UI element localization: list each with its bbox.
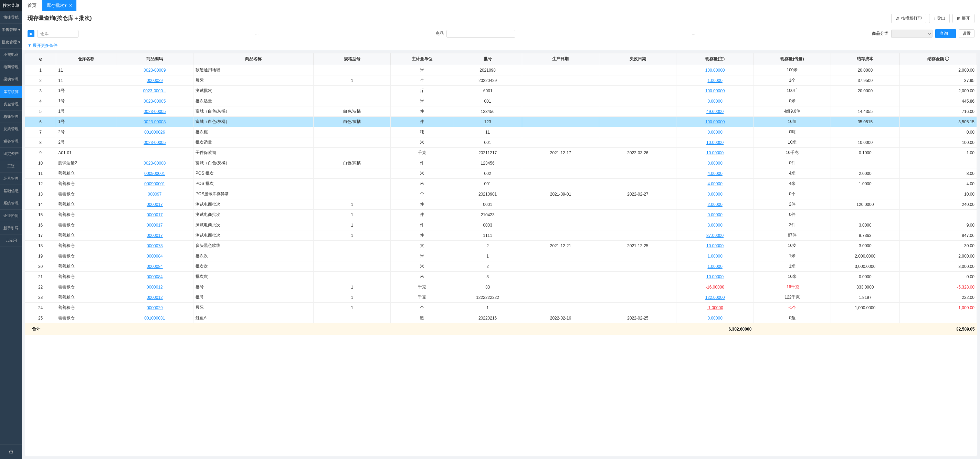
table-row: 51号0023-00005富城（白色/灰橘）白色/灰橘件12345649.600… — [25, 107, 977, 117]
table-row: 31号0023-0000...测试批次斤A001100.00000100斤20.… — [25, 86, 977, 96]
table-row: 61号0023-00008富城（白色/灰橘）白色/灰橘件123100.00000… — [25, 117, 977, 127]
filter-toggle-button[interactable]: ▶ — [27, 30, 34, 37]
col-batch: 批号 — [453, 53, 522, 65]
sidebar-item-finance[interactable]: 资金管理 — [0, 98, 22, 110]
table-row: 21善善粮仓0000084批次次米310.0000010米0.00000.00 — [25, 272, 977, 282]
header-actions: 🖨 按模板打印 ↑ 导出 ⊞ 展开 — [891, 14, 975, 23]
table-row: 41号0023-00005批次适量米0010.000000米445.86 — [25, 96, 977, 107]
tab-inventory-batch[interactable]: 库存批次▾ ✕ — [42, 0, 76, 11]
table-row: 17善善粮仓0000017测试电商批次1件111187.0000087件9.73… — [25, 230, 977, 241]
table-body: 1110023-00009软硬通用地毯米2021098100.00000100米… — [25, 65, 977, 324]
sidebar-item-ecommerce[interactable]: 电商管理 — [0, 61, 22, 73]
table-row: 11善善粮仓000900001POS 批次米0024.000004米2.0000… — [25, 168, 977, 179]
col-qty-main: 现存量(主) — [676, 53, 754, 65]
table-row: 12善善粮仓000900001POS 批次米0014.000004米1.0000… — [25, 179, 977, 189]
main-content: 首页 库存批次▾ ✕ 现存量查询(按仓库＋批次) 🖨 按模板打印 ↑ 导出 ⊞ … — [22, 0, 980, 459]
sidebar-item-inventory[interactable]: 库存核算 — [0, 86, 22, 98]
footer-qty-total: 6,302.60000 — [676, 324, 754, 335]
table-row: 16善善粮仓0000017测试电商批次1件00033.000003件3.0000… — [25, 220, 977, 230]
inventory-table: ⊙ 仓库名称 商品编码 商品名称 规格型号 主计量单位 批号 生产日期 失效日期… — [25, 53, 977, 335]
sidebar-item-tax[interactable]: 税务管理 — [0, 135, 22, 148]
filter-dots-2: ... — [518, 31, 870, 36]
sidebar-item-wholesale[interactable]: 批发管理 ▾ — [0, 36, 22, 49]
export-button[interactable]: ↑ 导出 — [929, 14, 950, 23]
footer-label: 合计 — [25, 324, 676, 335]
col-no: ⊙ — [25, 53, 56, 65]
print-button[interactable]: 🖨 按模板打印 — [891, 14, 926, 23]
col-prod: 生产日期 — [522, 53, 599, 65]
sidebar-item-basic[interactable]: 基础信息 — [0, 185, 22, 197]
expand-button[interactable]: ⊞ 展开 — [953, 14, 975, 23]
col-unit: 主计量单位 — [391, 53, 453, 65]
goods-label: 商品 — [436, 31, 444, 37]
category-select[interactable] — [891, 30, 932, 38]
sidebar-item-ops[interactable]: 经营管理 — [0, 172, 22, 185]
sidebar-item-xiaoe[interactable]: 小鹅电商 — [0, 49, 22, 61]
table-row: 23善善粮仓0000012批号1千克1222222222122.00000122… — [25, 292, 977, 303]
category-label: 商品分类 — [872, 31, 888, 37]
tab-close-icon[interactable]: ✕ — [69, 3, 72, 8]
sidebar-item-collab[interactable]: 企业协同 — [0, 210, 22, 222]
table-row: 10测试适量20023-00008富城（白色/灰橘）白色/灰橘件1234560.… — [25, 158, 977, 168]
table-row: 1110023-00009软硬通用地毯米2021098100.00000100米… — [25, 65, 977, 75]
tab-home[interactable]: 首页 — [22, 0, 42, 11]
printer-icon: 🖨 — [896, 16, 900, 21]
goods-filter[interactable] — [447, 30, 515, 38]
sidebar-item-quicknav[interactable]: 快捷导航 — [0, 11, 22, 24]
sidebar-search[interactable]: 搜索菜单 — [0, 0, 22, 11]
tab-label: 库存批次▾ — [46, 2, 67, 9]
table-row: 2110000029展际1个202204291.000001个37.950037… — [25, 75, 977, 86]
sidebar-item-purchase[interactable]: 采购管理 — [0, 73, 22, 86]
settings-icon[interactable]: ⚙ — [0, 444, 22, 459]
page-header: 现存量查询(按仓库＋批次) 🖨 按模板打印 ↑ 导出 ⊞ 展开 — [22, 11, 980, 26]
table-row: 22善善粮仓0000012批号1千克33-16.00000-16千克333.00… — [25, 282, 977, 292]
table-row: 15善善粮仓0000017测试电商批次1件2104230.000000件 — [25, 210, 977, 220]
table-row: 25善善粮仓001000031鲤鱼A瓶202202162022-02-16202… — [25, 313, 977, 324]
filter-bar: ▶ ... 商品 ... 商品分类 查询 设置 — [22, 26, 980, 41]
table-row: 72号001000026批次框吨110.000000吨0.00 — [25, 127, 977, 137]
table-header-row: ⊙ 仓库名称 商品编码 商品名称 规格型号 主计量单位 批号 生产日期 失效日期… — [25, 53, 977, 65]
col-cost: 结存成本 — [831, 53, 899, 65]
col-qty-aux: 现存量(倍量) — [754, 53, 830, 65]
table-row: 18善善粮仓0000078多头黑色软线支22021-12-212021-12-2… — [25, 241, 977, 251]
col-expire: 失效日期 — [599, 53, 676, 65]
col-amount: 结存金额 ⓘ — [899, 53, 977, 65]
table-row: 24善善粮仓0000029展际1个1-1.00000-1个1,000.0000-… — [25, 303, 977, 313]
tab-bar: 首页 库存批次▾ ✕ — [22, 0, 980, 11]
table-settings-button[interactable]: 设置 — [959, 29, 975, 38]
table-container[interactable]: ⊙ 仓库名称 商品编码 商品名称 规格型号 主计量单位 批号 生产日期 失效日期… — [25, 53, 977, 456]
sidebar-item-cloud[interactable]: 云应用 — [0, 234, 22, 247]
filter-dots-1: ... — [81, 31, 433, 36]
sidebar: 搜索菜单 快捷导航 零售管理 ▾ 批发管理 ▾ 小鹅电商 电商管理 采购管理 库… — [0, 0, 22, 459]
sidebar-item-retail[interactable]: 零售管理 ▾ — [0, 24, 22, 36]
sidebar-item-invoice[interactable]: 发票管理 — [0, 123, 22, 135]
warehouse-filter[interactable] — [37, 30, 78, 38]
sidebar-item-assets[interactable]: 固定资产 — [0, 148, 22, 160]
table-row: 13善善粮仓000097POS显示库存异常个202109012021-09-01… — [25, 189, 977, 199]
sidebar-item-payroll[interactable]: 工资 — [0, 160, 22, 172]
col-warehouse: 仓库名称 — [56, 53, 116, 65]
table-row: 19善善粮仓0000084批次次米11.000001米2,000.00002,0… — [25, 251, 977, 261]
col-code: 商品编码 — [116, 53, 193, 65]
export-icon: ↑ — [934, 16, 935, 21]
table-row: 82号0023-00005批次适量米00110.0000010米10.00001… — [25, 137, 977, 148]
expand-icon: ⊞ — [957, 16, 960, 21]
page-title: 现存量查询(按仓库＋批次) — [27, 15, 92, 22]
sidebar-item-guide[interactable]: 新手引导 — [0, 222, 22, 234]
table-footer-row: 合计 6,302.60000 32,589.05 — [25, 324, 977, 335]
table-row: 9A01-01子件保质期千克202112172021-12-172022-03-… — [25, 148, 977, 158]
sidebar-item-system[interactable]: 系统管理 — [0, 197, 22, 210]
table-row: 14善善粮仓0000017测试电商批次1件00012.000002件120.00… — [25, 199, 977, 210]
table-row: 20善善粮仓0000084批次次米21.000001米3,000.00003,0… — [25, 261, 977, 272]
col-spec: 规格型号 — [313, 53, 391, 65]
footer-amount-total: 32,589.05 — [899, 324, 977, 335]
search-button[interactable]: 查询 — [935, 29, 956, 38]
footer-qty-aux-total — [754, 324, 830, 335]
footer-cost-total — [831, 324, 899, 335]
sidebar-item-ledger[interactable]: 总账管理 — [0, 110, 22, 123]
expand-conditions-button[interactable]: ▼ 展开更多条件 — [27, 43, 975, 49]
col-name: 商品名称 — [194, 53, 313, 65]
